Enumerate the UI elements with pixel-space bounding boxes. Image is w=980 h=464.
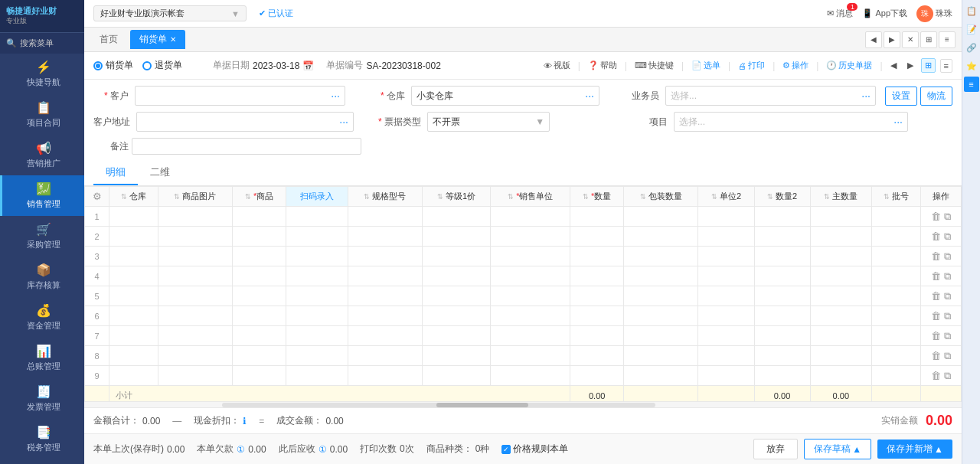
sidebar-item-general[interactable]: 📊 总账管理 <box>0 338 84 378</box>
address-dots-icon[interactable]: ··· <box>339 116 348 128</box>
sidebar-item-invoice[interactable]: 🧾 发票管理 <box>0 378 84 419</box>
right-panel-btn-3[interactable]: 🔗 <box>964 40 979 55</box>
row-copy-btn[interactable]: ⧉ <box>944 211 951 223</box>
tab-list-view-btn[interactable]: ≡ <box>939 31 956 48</box>
row-delete-btn[interactable]: 🗑 <box>931 370 941 381</box>
row-delete-btn[interactable]: 🗑 <box>931 270 941 282</box>
subtab-detail[interactable]: 明细 <box>93 161 138 185</box>
radio-sale[interactable]: 销货单 <box>93 59 133 72</box>
row-copy-btn[interactable]: ⧉ <box>944 310 951 322</box>
address-input[interactable]: ··· <box>136 112 354 132</box>
sidebar-item-tax[interactable]: 📑 税务管理 <box>0 419 84 459</box>
calendar-icon[interactable]: 📅 <box>302 60 314 71</box>
customer-input[interactable]: ··· <box>135 86 345 106</box>
settings-gear-icon[interactable]: ⚙ <box>93 191 102 202</box>
price-check-checkbox[interactable] <box>501 445 511 454</box>
horizontal-scrollbar[interactable] <box>84 401 962 407</box>
cell-price1-1[interactable] <box>422 207 491 227</box>
tab-grid-view-btn[interactable]: ⊞ <box>920 31 937 48</box>
sidebar-item-finance[interactable]: 💰 资金管理 <box>0 297 84 338</box>
row-copy-btn[interactable]: ⧉ <box>944 290 951 302</box>
cell-qty-1[interactable] <box>570 207 624 227</box>
th-scan-import[interactable]: 扫码录入 <box>286 187 348 207</box>
row-copy-btn[interactable]: ⧉ <box>944 330 951 342</box>
sidebar-item-quick-nav[interactable]: ⚡ 快捷导航 <box>0 54 84 94</box>
salesperson-dots-icon[interactable]: ··· <box>861 90 871 102</box>
toolbar-list-btn[interactable]: ≡ <box>940 59 952 73</box>
toolbar-print-btn[interactable]: 🖨 打印 <box>735 58 768 73</box>
tab-close-icon[interactable]: ✕ <box>170 35 176 44</box>
tab-prev-btn[interactable]: ◀ <box>865 31 882 48</box>
toolbar-view-btn[interactable]: 👁 视版 <box>541 58 573 73</box>
company-selector[interactable]: 好业财专业版演示帐套 ▼ <box>93 5 247 21</box>
search-menu-item[interactable]: 🔍 搜索菜单 <box>0 33 84 54</box>
cell-spec-1[interactable] <box>348 207 422 227</box>
row-copy-btn[interactable]: ⧉ <box>944 250 951 263</box>
row-copy-btn[interactable]: ⧉ <box>944 350 951 362</box>
tab-home[interactable]: 首页 <box>90 30 127 49</box>
stat-debt-info-icon[interactable]: ① <box>237 444 245 455</box>
subtab-2d[interactable]: 二维 <box>138 161 182 185</box>
right-panel-btn-4[interactable]: ⭐ <box>964 58 979 74</box>
right-panel-btn-5[interactable]: ≡ <box>964 77 979 92</box>
radio-return[interactable]: 退货单 <box>142 59 182 72</box>
toolbar-help-btn[interactable]: ❓ 帮助 <box>585 58 620 73</box>
tab-close-all-btn[interactable]: ✕ <box>902 31 919 48</box>
sidebar-item-assets[interactable]: 🏢 固定资产 <box>0 459 84 464</box>
toolbar-grid-btn[interactable]: ⊞ <box>921 58 936 73</box>
invoice-dropdown[interactable]: 不开票 ▼ <box>427 112 550 132</box>
row-delete-btn[interactable]: 🗑 <box>931 211 941 222</box>
message-action[interactable]: ✉ 1 消息 <box>827 8 853 19</box>
project-input[interactable]: 选择... ··· <box>674 112 908 132</box>
project-dots-icon[interactable]: ··· <box>893 116 903 128</box>
toolbar-prev-record-btn[interactable]: ◀ <box>887 59 900 72</box>
row-copy-btn[interactable]: ⧉ <box>944 370 951 382</box>
warehouse-input[interactable]: 小卖仓库 ··· <box>411 86 599 106</box>
row-delete-btn[interactable]: 🗑 <box>931 350 941 361</box>
logistics-btn[interactable]: 物流 <box>920 87 952 106</box>
setup-btn[interactable]: 设置 <box>885 87 917 106</box>
discount-info-icon[interactable]: ℹ <box>243 416 247 426</box>
salesperson-input[interactable]: 选择... ··· <box>665 86 876 106</box>
sidebar-item-project[interactable]: 📋 项目合同 <box>0 94 84 135</box>
right-panel-btn-2[interactable]: 📝 <box>964 21 979 37</box>
customer-dots-icon[interactable]: ··· <box>331 90 340 102</box>
th-settings[interactable]: ⚙ <box>85 187 109 207</box>
row-delete-btn[interactable]: 🗑 <box>931 230 941 242</box>
sidebar-item-marketing[interactable]: 📢 营销推广 <box>0 135 84 175</box>
cell-batch-1[interactable] <box>872 207 921 227</box>
cell-warehouse-1[interactable] <box>109 207 158 227</box>
cell-packqty-1[interactable] <box>624 207 698 227</box>
save-new-btn[interactable]: 保存并新增 ▲ <box>877 439 952 459</box>
toolbar-next-record-btn[interactable]: ▶ <box>904 59 916 72</box>
note-input[interactable] <box>132 138 361 155</box>
table-container[interactable]: ⚙ ⇅ 仓库 ⇅ 商品图片 ⇅ *商品 扫码录入 ⇅ 规格型号 ⇅ 等级1价 ⇅… <box>84 186 962 401</box>
row-delete-btn[interactable]: 🗑 <box>931 290 941 302</box>
cell-qty2-1[interactable] <box>754 207 810 227</box>
toolbar-select-btn[interactable]: 📄 选单 <box>688 58 724 73</box>
sidebar-item-purchase[interactable]: 🛒 采购管理 <box>0 216 84 257</box>
user-profile[interactable]: 珠 珠珠 <box>916 5 952 22</box>
sidebar-item-sales[interactable]: 💹 销售管理 <box>0 175 84 216</box>
tab-sales-order[interactable]: 销货单 ✕ <box>130 30 185 49</box>
app-download-action[interactable]: 📱 App下载 <box>862 8 907 19</box>
toolbar-shortcut-btn[interactable]: ⌨ 快捷键 <box>632 58 677 73</box>
toolbar-history-btn[interactable]: 🕐 历史单据 <box>823 58 875 73</box>
sidebar-item-inventory[interactable]: 📦 库存核算 <box>0 257 84 297</box>
cell-scan-1[interactable] <box>286 207 348 227</box>
row-delete-btn[interactable]: 🗑 <box>931 330 941 341</box>
row-copy-btn[interactable]: ⧉ <box>944 230 951 243</box>
scrollbar-thumb[interactable] <box>436 403 528 407</box>
save-draft-btn[interactable]: 保存草稿 ▲ <box>804 439 871 459</box>
cell-sunit-1[interactable] <box>491 207 570 227</box>
cell-product-1[interactable] <box>232 207 286 227</box>
toolbar-operate-btn[interactable]: ⚙ 操作 <box>779 58 812 73</box>
stat-receivable-info-icon[interactable]: ① <box>318 444 327 455</box>
discard-btn[interactable]: 放弃 <box>753 439 798 459</box>
row-delete-btn[interactable]: 🗑 <box>931 310 941 322</box>
tab-next-btn[interactable]: ▶ <box>884 31 900 48</box>
cell-unit2-1[interactable] <box>698 207 754 227</box>
cell-mainqty-1[interactable] <box>810 207 871 227</box>
warehouse-dots-icon[interactable]: ··· <box>585 90 594 102</box>
row-copy-btn[interactable]: ⧉ <box>944 270 951 283</box>
